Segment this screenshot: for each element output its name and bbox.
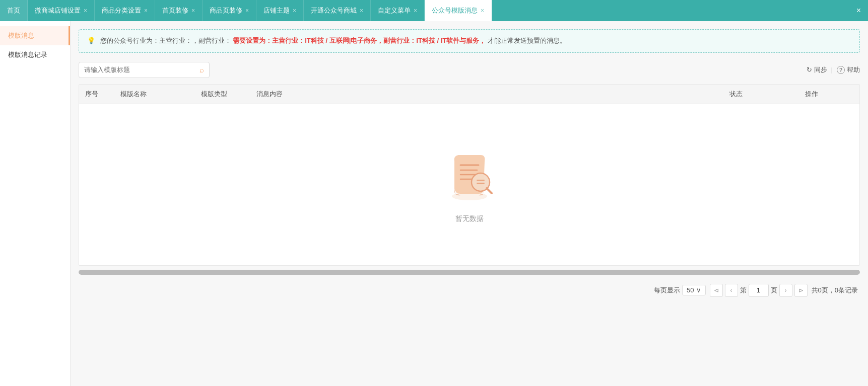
current-page-input[interactable] xyxy=(749,284,769,297)
close-templatemsg-icon[interactable]: × xyxy=(481,7,484,14)
sidebar-item-template[interactable]: 模版消息 xyxy=(0,26,70,45)
help-icon: ? xyxy=(837,66,845,74)
sync-icon: ↻ xyxy=(807,66,812,73)
tab-home-label: 首页 xyxy=(7,6,20,15)
sync-label: 同步 xyxy=(814,65,827,74)
last-page-button[interactable]: ⊳ xyxy=(794,284,808,297)
sidebar-item-record[interactable]: 模版消息记录 xyxy=(0,45,70,64)
tab-weshop[interactable]: 微商城店铺设置 × xyxy=(28,0,95,21)
notice-suffix: 才能正常发送预置的消息。 xyxy=(488,37,566,44)
search-input-wrap[interactable]: ⌕ xyxy=(79,62,210,78)
close-theme-icon[interactable]: × xyxy=(293,7,296,14)
empty-state-illustration xyxy=(439,146,500,206)
tab-theme-label: 店铺主题 xyxy=(263,6,290,15)
table-body: 暂无数据 xyxy=(79,104,859,265)
sync-button[interactable]: ↻ 同步 xyxy=(807,65,827,74)
tab-templatemsg-label: 公众号模版消息 xyxy=(432,6,478,15)
close-custommenu-icon[interactable]: × xyxy=(414,7,417,14)
close-weshop-icon[interactable]: × xyxy=(84,7,87,14)
tab-theme[interactable]: 店铺主题 × xyxy=(256,0,304,21)
first-page-icon: ⊲ xyxy=(714,287,719,294)
tab-mall[interactable]: 开通公众号商城 × xyxy=(304,0,371,21)
last-page-icon: ⊳ xyxy=(798,287,804,294)
page-navigation: ⊲ ‹ 第 页 › ⊳ xyxy=(710,284,808,297)
col-type: 模版类型 xyxy=(195,85,250,104)
tab-mall-label: 开通公众号商城 xyxy=(311,6,357,15)
tab-templatemsg[interactable]: 公众号模版消息 × xyxy=(425,0,492,21)
horizontal-scrollbar[interactable] xyxy=(79,270,860,275)
tab-weshop-label: 微商城店铺设置 xyxy=(35,6,81,15)
next-page-button[interactable]: › xyxy=(779,284,792,297)
tab-category[interactable]: 商品分类设置 × xyxy=(95,0,155,21)
page-size-chevron-icon: ∨ xyxy=(696,286,701,294)
sidebar-item-template-label: 模版消息 xyxy=(8,32,34,39)
page-total: 共0页，0条记录 xyxy=(812,286,858,295)
content-area: 💡 您的公众号行业为：主营行业：，副营行业： 需要设置为：主营行业：IT科技 /… xyxy=(71,21,868,386)
sidebar: 模版消息 模版消息记录 xyxy=(0,21,71,386)
page-input-wrap: 第 页 xyxy=(740,284,777,297)
tab-homepage-label: 首页装修 xyxy=(162,6,188,15)
close-all-button[interactable]: × xyxy=(849,6,868,15)
tab-product[interactable]: 商品页装修 × xyxy=(203,0,256,21)
top-navigation: 首页 微商城店铺设置 × 商品分类设置 × 首页装修 × 商品页装修 × 店铺主… xyxy=(0,0,868,21)
page-size-dropdown[interactable]: 50 ∨ xyxy=(682,285,705,295)
scrollbar-thumb xyxy=(79,270,860,275)
svg-line-6 xyxy=(487,188,492,193)
notice-box: 💡 您的公众号行业为：主营行业：，副营行业： 需要设置为：主营行业：IT科技 /… xyxy=(79,29,860,53)
close-mall-icon[interactable]: × xyxy=(360,7,363,14)
tab-custommenu-label: 自定义菜单 xyxy=(378,6,411,15)
toolbar-right: ↻ 同步 | ? 帮助 xyxy=(807,65,860,74)
page-size-select: 每页显示 50 ∨ xyxy=(654,285,705,295)
col-action: 操作 xyxy=(799,85,859,104)
col-seq: 序号 xyxy=(79,85,114,104)
help-label: 帮助 xyxy=(847,65,860,74)
page-size-value: 50 xyxy=(687,286,694,294)
notice-bulb-icon: 💡 xyxy=(87,37,95,44)
search-icon[interactable]: ⌕ xyxy=(199,65,204,74)
notice-prefix: 您的公众号行业为：主营行业：，副营行业： xyxy=(100,37,231,44)
empty-text: 暂无数据 xyxy=(455,214,484,223)
col-status: 状态 xyxy=(723,85,799,104)
page-unit: 页 xyxy=(771,286,777,295)
toolbar-divider: | xyxy=(831,66,833,73)
close-category-icon[interactable]: × xyxy=(144,7,148,14)
search-input[interactable] xyxy=(84,66,199,73)
tab-product-label: 商品页装修 xyxy=(210,6,242,15)
tab-category-label: 商品分类设置 xyxy=(102,6,141,15)
current-page-label: 第 xyxy=(740,286,747,295)
main-layout: 模版消息 模版消息记录 💡 您的公众号行业为：主营行业：，副营行业： 需要设置为… xyxy=(0,21,868,386)
prev-page-icon: ‹ xyxy=(730,287,732,294)
close-product-icon[interactable]: × xyxy=(245,7,249,14)
prev-page-button[interactable]: ‹ xyxy=(725,284,738,297)
search-bar: ⌕ ↻ 同步 | ? 帮助 xyxy=(79,62,860,78)
table-header: 序号 模版名称 模版类型 消息内容 状态 操作 xyxy=(79,85,859,104)
close-homepage-icon[interactable]: × xyxy=(191,7,195,14)
col-name: 模版名称 xyxy=(114,85,195,104)
tab-home[interactable]: 首页 xyxy=(0,0,28,21)
col-content: 消息内容 xyxy=(250,85,723,104)
help-button[interactable]: ? 帮助 xyxy=(837,65,860,74)
tab-homepage[interactable]: 首页装修 × xyxy=(155,0,203,21)
notice-highlight: 需要设置为：主营行业：IT科技 / 互联网|电子商务，副营行业：IT科技 / I… xyxy=(233,37,486,44)
data-table: 序号 模版名称 模版类型 消息内容 状态 操作 xyxy=(79,84,860,266)
first-page-button[interactable]: ⊲ xyxy=(710,284,723,297)
sidebar-item-record-label: 模版消息记录 xyxy=(8,51,47,58)
tab-custommenu[interactable]: 自定义菜单 × xyxy=(371,0,425,21)
next-page-icon: › xyxy=(785,287,787,294)
pagination: 每页显示 50 ∨ ⊲ ‹ 第 页 › xyxy=(79,281,860,300)
page-size-label: 每页显示 xyxy=(654,286,680,295)
